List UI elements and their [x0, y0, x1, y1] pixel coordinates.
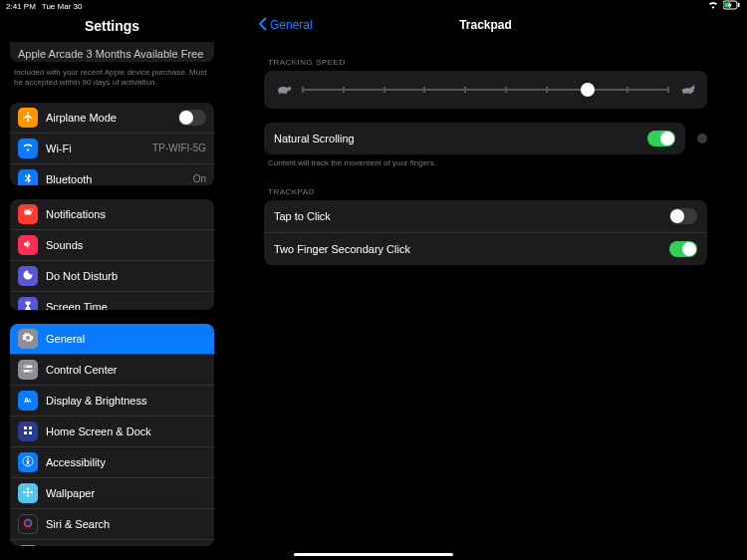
speaker-icon	[22, 236, 34, 254]
tap-to-click-switch[interactable]	[669, 208, 697, 224]
flower-icon	[22, 484, 34, 502]
svg-point-25	[287, 87, 291, 91]
sidebar-item-siri[interactable]: Siri & Search	[10, 509, 214, 540]
bluetooth-label: Bluetooth	[46, 173, 185, 185]
natural-scrolling-label: Natural Scrolling	[274, 133, 647, 144]
sounds-label: Sounds	[46, 239, 206, 251]
wifi-icon	[22, 140, 34, 157]
sidebar-item-notifications[interactable]: Notifications	[10, 199, 214, 230]
tortoise-icon	[276, 81, 292, 99]
wifi-label: Wi-Fi	[46, 142, 144, 154]
two-finger-click-label: Two Finger Secondary Click	[274, 243, 669, 255]
sidebar-item-airplane[interactable]: Airplane Mode	[10, 103, 214, 134]
sidebar-item-accessibility[interactable]: Accessibility	[10, 447, 214, 478]
wifi-value: TP-WIFI-5G	[152, 142, 206, 153]
sidebar-item-dnd[interactable]: Do Not Disturb	[10, 261, 214, 292]
settings-sidebar: Settings Apple Arcade 3 Months Available…	[0, 12, 224, 560]
tap-to-click-row[interactable]: Tap to Click	[264, 200, 707, 233]
siri-icon	[22, 515, 34, 533]
slider-thumb[interactable]	[581, 83, 595, 97]
page-title: Trackpad	[459, 18, 512, 32]
sidebar-title: Settings	[0, 12, 224, 42]
sidebar-item-control-center[interactable]: Control Center	[10, 355, 214, 386]
natural-scrolling-row[interactable]: Natural Scrolling	[264, 123, 685, 154]
svg-rect-14	[29, 431, 32, 434]
airplane-icon	[22, 109, 34, 127]
svg-point-16	[27, 457, 29, 459]
status-time: 2:41 PM	[6, 2, 36, 11]
arcade-promo[interactable]: Apple Arcade 3 Months Available Free	[10, 42, 214, 62]
hourglass-icon	[22, 298, 34, 310]
airplane-label: Airplane Mode	[46, 112, 170, 124]
svg-rect-2	[738, 3, 740, 7]
notifications-label: Notifications	[46, 208, 206, 220]
natural-scrolling-footer: Content will track the movement of your …	[268, 158, 703, 167]
svg-rect-27	[285, 92, 286, 94]
sidebar-item-wifi[interactable]: Wi-Fi TP-WIFI-5G	[10, 134, 214, 164]
general-label: General	[46, 333, 206, 345]
accessibility-label: Accessibility	[46, 456, 206, 468]
trackpad-header: TRACKPAD	[268, 187, 703, 196]
svg-rect-30	[683, 92, 684, 94]
svg-rect-26	[279, 92, 280, 94]
status-date: Tue Mar 30	[42, 2, 83, 11]
back-label: General	[270, 18, 313, 32]
sidebar-item-sounds[interactable]: Sounds	[10, 230, 214, 261]
svg-point-4	[30, 208, 33, 211]
bell-icon	[22, 205, 34, 223]
detail-pane: General Trackpad TRACKING SPEED Natural	[224, 12, 747, 560]
two-finger-click-row[interactable]: Two Finger Secondary Click	[264, 233, 707, 265]
tap-to-click-label: Tap to Click	[274, 210, 669, 222]
sidebar-item-screentime[interactable]: Screen Time	[10, 292, 214, 310]
bluetooth-icon	[22, 170, 34, 185]
svg-point-17	[27, 490, 30, 493]
sidebar-item-display[interactable]: AA Display & Brightness	[10, 386, 214, 417]
screentime-label: Screen Time	[46, 301, 206, 310]
arcade-note: Included with your recent Apple device p…	[14, 68, 210, 89]
sidebar-item-wallpaper[interactable]: Wallpaper	[10, 478, 214, 509]
grid-icon	[22, 422, 34, 440]
svg-point-23	[26, 520, 31, 525]
control-center-label: Control Center	[46, 364, 206, 376]
display-icon: AA	[22, 392, 34, 410]
tracking-speed-slider[interactable]	[264, 71, 707, 109]
sidebar-item-general[interactable]: General	[10, 324, 214, 355]
home-screen-label: Home Screen & Dock	[46, 425, 206, 437]
chevron-left-icon	[258, 17, 268, 34]
sidebar-item-pencil[interactable]: Apple Pencil	[10, 540, 214, 546]
accessibility-icon	[22, 453, 34, 471]
svg-text:A: A	[28, 398, 32, 404]
wallpaper-label: Wallpaper	[46, 487, 206, 499]
svg-point-20	[23, 491, 26, 494]
back-button[interactable]: General	[258, 17, 313, 34]
sidebar-item-home-screen[interactable]: Home Screen & Dock	[10, 417, 214, 447]
svg-point-8	[30, 370, 32, 372]
status-bar: 2:41 PM Tue Mar 30	[0, 0, 747, 12]
two-finger-click-switch[interactable]	[669, 241, 697, 257]
battery-icon	[723, 0, 741, 12]
natural-scrolling-switch[interactable]	[647, 131, 675, 146]
svg-rect-31	[690, 92, 691, 94]
dnd-label: Do Not Disturb	[46, 270, 206, 282]
svg-point-7	[25, 366, 27, 368]
moon-icon	[22, 267, 34, 285]
svg-point-21	[30, 491, 33, 494]
toggles-icon	[22, 361, 34, 379]
svg-rect-13	[24, 431, 27, 434]
sidebar-item-bluetooth[interactable]: Bluetooth On	[10, 164, 214, 185]
tracking-speed-header: TRACKING SPEED	[268, 58, 703, 67]
home-indicator[interactable]	[294, 553, 453, 556]
gear-icon	[22, 330, 34, 348]
siri-label: Siri & Search	[46, 518, 206, 530]
svg-rect-12	[29, 426, 32, 429]
row-indicator-dot	[697, 134, 707, 143]
display-label: Display & Brightness	[46, 395, 206, 407]
svg-point-19	[27, 494, 30, 497]
bluetooth-value: On	[193, 173, 206, 184]
hare-icon	[679, 81, 695, 99]
airplane-switch[interactable]	[178, 110, 206, 126]
svg-point-29	[690, 87, 694, 90]
svg-rect-11	[24, 426, 27, 429]
svg-point-18	[27, 487, 30, 490]
